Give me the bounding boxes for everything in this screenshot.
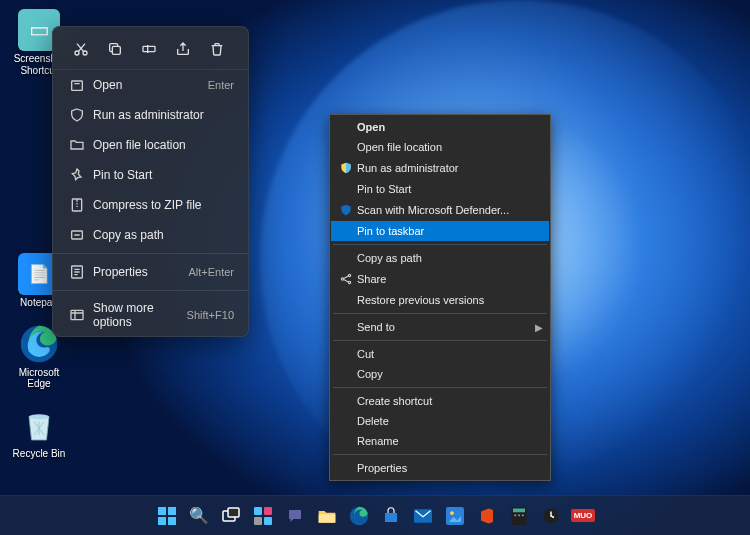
menu-item-label: Copy as path xyxy=(93,228,234,242)
svg-rect-10 xyxy=(71,310,83,319)
menu-item-open-file-location[interactable]: Open file location xyxy=(53,130,248,160)
taskview-icon[interactable] xyxy=(217,502,245,530)
properties-icon xyxy=(67,264,87,280)
menu-item-compress-to-zip-file[interactable]: Compress to ZIP file xyxy=(53,190,248,220)
copy-icon[interactable] xyxy=(101,37,129,61)
menu-item-label: Pin to Start xyxy=(93,168,234,182)
menu-item-label: Copy xyxy=(357,368,543,380)
desktop-icon-recycle-bin[interactable]: Recycle Bin xyxy=(5,401,73,463)
defender-icon xyxy=(335,203,357,217)
menu-item-rename[interactable]: Rename xyxy=(331,431,549,451)
menu-item-copy[interactable]: Copy xyxy=(331,364,549,384)
separator xyxy=(333,387,547,388)
store-icon[interactable] xyxy=(377,502,405,530)
edge-taskbar-icon[interactable] xyxy=(345,502,373,530)
accelerator: Shift+F10 xyxy=(187,309,234,321)
menu-item-label: Run as administrator xyxy=(357,162,543,174)
svg-rect-16 xyxy=(158,517,166,525)
rename-icon[interactable] xyxy=(135,37,163,61)
menu-item-label: Properties xyxy=(357,462,543,474)
delete-icon[interactable] xyxy=(203,37,231,61)
menu-item-restore-previous-versions[interactable]: Restore previous versions xyxy=(331,290,549,310)
menu-item-label: Open xyxy=(93,78,208,92)
context-menu-legacy: OpenOpen file locationRun as administrat… xyxy=(329,114,551,481)
icon-label: Recycle Bin xyxy=(13,448,66,460)
menu-item-share[interactable]: Share xyxy=(331,268,549,290)
menu-item-label: Compress to ZIP file xyxy=(93,198,234,212)
svg-point-13 xyxy=(348,281,350,283)
svg-point-33 xyxy=(522,514,524,516)
photos-icon[interactable] xyxy=(441,502,469,530)
menu-item-label: Copy as path xyxy=(357,252,543,264)
quick-actions-bar xyxy=(53,27,248,70)
menu-item-copy-as-path[interactable]: Copy as path xyxy=(53,220,248,250)
chat-icon[interactable] xyxy=(281,502,309,530)
menu-item-open-file-location[interactable]: Open file location xyxy=(331,137,549,157)
menu-item-label: Pin to Start xyxy=(357,183,543,195)
share-icon[interactable] xyxy=(169,37,197,61)
muo-icon[interactable]: MUO xyxy=(569,502,597,530)
svg-rect-4 xyxy=(112,46,120,54)
copypath-icon xyxy=(67,227,87,243)
explorer-icon[interactable] xyxy=(313,502,341,530)
context-menu-primary: OpenEnterRun as administratorOpen file l… xyxy=(52,26,249,337)
svg-point-11 xyxy=(341,278,343,280)
menu-item-pin-to-taskbar[interactable]: Pin to taskbar xyxy=(331,221,549,241)
menu-item-show-more-options[interactable]: Show more optionsShift+F10 xyxy=(53,294,248,336)
menu-item-label: Delete xyxy=(357,415,543,427)
svg-point-32 xyxy=(518,514,520,516)
svg-rect-22 xyxy=(254,517,262,525)
svg-rect-21 xyxy=(264,507,272,515)
menu-item-label: Share xyxy=(357,273,543,285)
menu-item-properties[interactable]: Properties xyxy=(331,458,549,478)
office-icon[interactable] xyxy=(473,502,501,530)
svg-rect-30 xyxy=(513,508,525,512)
submenu-arrow-icon: ▶ xyxy=(535,322,543,333)
open-icon xyxy=(67,77,87,93)
menu-item-run-as-administrator[interactable]: Run as administrator xyxy=(331,157,549,179)
menu-item-cut[interactable]: Cut xyxy=(331,344,549,364)
menu-item-send-to[interactable]: Send to▶ xyxy=(331,317,549,337)
menu-item-label: Rename xyxy=(357,435,543,447)
menu-item-label: Restore previous versions xyxy=(357,294,543,306)
menu-item-scan-with-microsoft-defender-[interactable]: Scan with Microsoft Defender... xyxy=(331,199,549,221)
separator xyxy=(53,253,248,254)
start-button[interactable] xyxy=(153,502,181,530)
svg-rect-15 xyxy=(168,507,176,515)
share-icon xyxy=(335,272,357,286)
menu-item-open[interactable]: Open xyxy=(331,117,549,137)
menu-item-copy-as-path[interactable]: Copy as path xyxy=(331,248,549,268)
separator xyxy=(333,454,547,455)
separator xyxy=(53,290,248,291)
menu-item-delete[interactable]: Delete xyxy=(331,411,549,431)
cut-icon[interactable] xyxy=(67,37,95,61)
svg-point-31 xyxy=(514,514,516,516)
widgets-icon[interactable] xyxy=(249,502,277,530)
menu-item-label: Pin to taskbar xyxy=(357,225,543,237)
folder-icon xyxy=(67,137,87,153)
svg-point-28 xyxy=(450,511,454,515)
svg-rect-24 xyxy=(319,514,336,522)
menu-item-properties[interactable]: PropertiesAlt+Enter xyxy=(53,257,248,287)
menu-item-label: Open file location xyxy=(93,138,234,152)
shield-icon xyxy=(335,161,357,175)
separator xyxy=(333,313,547,314)
menu-item-pin-to-start[interactable]: Pin to Start xyxy=(331,179,549,199)
recycle-bin-icon xyxy=(18,404,60,446)
zip-icon xyxy=(67,197,87,213)
search-icon[interactable]: 🔍 xyxy=(185,502,213,530)
pin-icon xyxy=(67,167,87,183)
menu-item-label: Send to xyxy=(357,321,535,333)
menu-item-run-as-administrator[interactable]: Run as administrator xyxy=(53,100,248,130)
calculator-icon[interactable] xyxy=(505,502,533,530)
mail-icon[interactable] xyxy=(409,502,437,530)
menu-item-create-shortcut[interactable]: Create shortcut xyxy=(331,391,549,411)
clock-icon[interactable] xyxy=(537,502,565,530)
taskbar: 🔍 MUO xyxy=(0,495,750,535)
menu-item-label: Open file location xyxy=(357,141,543,153)
menu-item-pin-to-start[interactable]: Pin to Start xyxy=(53,160,248,190)
svg-rect-19 xyxy=(228,508,239,517)
menu-item-label: Properties xyxy=(93,265,188,279)
menu-item-open[interactable]: OpenEnter xyxy=(53,70,248,100)
svg-point-12 xyxy=(348,274,350,276)
